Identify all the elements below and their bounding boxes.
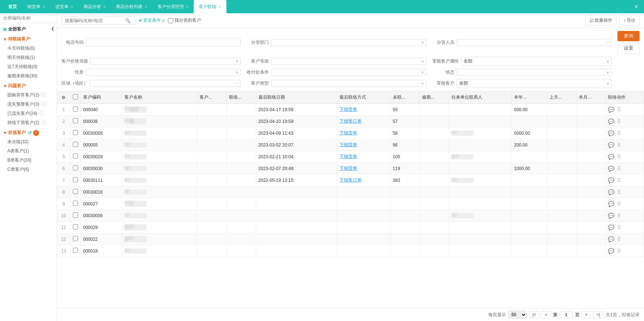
row-last-method[interactable]: 下销货单 — [337, 104, 390, 116]
sidebar-item-declining[interactable]: 持续下滑客户(2) ⓘ — [0, 118, 57, 127]
last-method-link[interactable]: 下销货单 — [339, 130, 357, 135]
my-customers-checkbox[interactable]: 我分管的客户 — [168, 17, 201, 24]
row-select-checkbox[interactable] — [73, 201, 78, 206]
retail-attr-select[interactable]: 全部 ∨ — [461, 57, 612, 66]
close-purchase-tab[interactable]: × — [71, 4, 73, 9]
more-action-icon[interactable]: ⠿ — [617, 213, 621, 219]
close-product-list-tab[interactable]: × — [145, 4, 147, 9]
tab-home[interactable]: 首页 — [3, 0, 22, 13]
tab-sales[interactable]: 销货单 × — [22, 0, 50, 13]
more-action-icon[interactable]: ⠿ — [617, 119, 621, 124]
dept-select[interactable]: ∨ — [271, 39, 426, 46]
more-action-icon[interactable]: ⠿ — [617, 154, 621, 160]
type-col-header[interactable]: 客户... — [197, 91, 226, 104]
sidebar-item-class-c[interactable]: C类客户(6) — [0, 165, 57, 174]
row-checkbox-cell[interactable] — [70, 104, 81, 116]
more-action-icon[interactable]: ⠿ — [617, 225, 621, 230]
retail-customer-select[interactable]: 全部 ∨ — [457, 79, 612, 88]
row-checkbox-cell[interactable] — [70, 186, 81, 198]
name-col-header[interactable]: 客户名称 — [122, 91, 197, 104]
refresh-icon[interactable]: ↺ — [28, 130, 32, 135]
region-select[interactable]: ··· — [90, 80, 241, 87]
gender-select[interactable]: ∨ — [86, 69, 241, 76]
row-last-method[interactable]: 下销货单 — [337, 127, 390, 139]
prev-page-btn[interactable]: < — [542, 311, 551, 318]
more-action-icon[interactable]: ⠿ — [617, 107, 621, 113]
batch-ops-btn[interactable]: ☑ 批量操作 — [585, 15, 616, 25]
chat-icon[interactable]: 💬 — [608, 236, 614, 242]
reset-btn[interactable]: 设置 — [617, 43, 640, 54]
row-checkbox-cell[interactable] — [70, 210, 81, 222]
page-number-input[interactable] — [560, 311, 573, 318]
export-btn[interactable]: ↑ 导出 — [619, 15, 640, 25]
chat-icon[interactable]: 💬 — [608, 189, 614, 195]
no-contact-col-header[interactable]: 未联... — [390, 91, 420, 104]
last-date-col-header[interactable]: 最后联络日期 — [256, 91, 337, 104]
last-method-link[interactable]: 下销货单 — [339, 154, 357, 159]
status-select[interactable]: ∨ — [457, 69, 612, 76]
last-method-link[interactable]: 下销货单 — [339, 142, 357, 147]
chat-icon[interactable]: 💬 — [608, 154, 614, 160]
last-method-col-header[interactable]: 最后联络方式 — [337, 91, 390, 104]
window-close-btn[interactable]: × — [631, 3, 641, 11]
price-level-select[interactable]: ∨ — [90, 58, 241, 65]
sidebar-item-tomorrow-pending[interactable]: 明天待联络(1) — [0, 53, 57, 62]
phone-input[interactable] — [86, 38, 241, 46]
row-last-method[interactable]: 下销货单 — [337, 151, 390, 163]
value-group-header[interactable]: ▼ 价值客户 ↺ ! — [0, 127, 57, 137]
more-action-icon[interactable]: ⠿ — [617, 189, 621, 195]
customer-level-select[interactable]: ∨ — [271, 58, 426, 65]
row-select-checkbox[interactable] — [73, 189, 78, 194]
first-page-btn[interactable]: |< — [529, 311, 539, 318]
row-last-method[interactable]: 下销售订单 — [337, 174, 390, 186]
select-all-checkbox[interactable] — [73, 94, 78, 99]
last-method-link[interactable]: 下销售订单 — [339, 177, 362, 183]
more-action-icon[interactable]: ⠿ — [617, 201, 621, 207]
row-checkbox-cell[interactable] — [70, 163, 81, 174]
tab-customer-layer[interactable]: 客户分层经营 × — [152, 0, 194, 13]
page-size-select[interactable]: 50 100 — [508, 311, 527, 319]
more-action-icon[interactable]: ⠿ — [617, 142, 621, 148]
last-month-col-header[interactable]: 上月... — [547, 91, 576, 104]
sidebar-item-overdue-pending[interactable]: 逾期未联络(30) — [0, 71, 57, 81]
last-page-btn[interactable]: >| — [593, 311, 603, 318]
row-checkbox-cell[interactable] — [70, 127, 81, 139]
row-last-method[interactable] — [337, 222, 390, 233]
row-last-method[interactable]: 下销货单 — [337, 163, 390, 174]
more-action-icon[interactable]: ⠿ — [617, 166, 621, 172]
chat-icon[interactable]: 💬 — [608, 248, 614, 254]
problem-group-header[interactable]: ▼ 问题客户 — [0, 81, 57, 91]
sidebar-item-no-group[interactable]: 未分组(32) — [0, 137, 57, 147]
row-select-checkbox[interactable] — [73, 165, 78, 170]
row-last-method[interactable] — [337, 198, 390, 210]
row-select-checkbox[interactable] — [73, 224, 78, 229]
row-checkbox-cell[interactable] — [70, 222, 81, 233]
row-last-method[interactable]: 下销售订单 — [337, 116, 390, 127]
tab-product-analysis[interactable]: 商品分析 × — [78, 0, 111, 13]
all-customers-header[interactable]: ⊞ 全部客户 《 — [0, 23, 57, 34]
close-customer-layer-tab[interactable]: × — [186, 4, 189, 9]
row-checkbox-cell[interactable] — [70, 245, 81, 257]
chat-icon[interactable]: 💬 — [608, 119, 614, 124]
my-customers-check[interactable] — [168, 18, 173, 23]
unit-contact-col-header[interactable]: 往来单位联系人 — [449, 91, 512, 104]
sidebar-item-today-pending[interactable]: 今天待联络(0) — [0, 44, 57, 53]
chat-icon[interactable]: 💬 — [608, 166, 614, 172]
category-search-input[interactable] — [3, 15, 57, 21]
chat-icon[interactable]: 💬 — [608, 107, 614, 113]
chat-icon[interactable]: 💬 — [608, 142, 614, 148]
sidebar-item-7day-pending[interactable]: 近7天待联络(0) — [0, 62, 57, 71]
row-select-checkbox[interactable] — [73, 154, 78, 159]
this-year-col-header[interactable]: 本年... — [511, 91, 547, 104]
row-checkbox-cell[interactable] — [70, 139, 81, 151]
more-conditions-btn[interactable]: ▼ 更多条件 ∧ — [138, 17, 165, 24]
row-select-checkbox[interactable] — [73, 248, 78, 253]
sidebar-item-loss-warning[interactable]: 流失预警客户(3) ⓘ — [0, 100, 57, 109]
tab-customer-contact[interactable]: 客户联络 × — [194, 0, 226, 13]
row-select-checkbox[interactable] — [73, 118, 78, 123]
tab-product-list[interactable]: 商品分析列表 × — [111, 0, 152, 13]
chat-icon[interactable]: 💬 — [608, 177, 614, 183]
last-method-link[interactable]: 下销货单 — [339, 166, 357, 171]
search-submit-icon[interactable]: 🔍 — [125, 18, 131, 23]
sidebar-item-class-b[interactable]: B类客户(33) — [0, 156, 57, 165]
